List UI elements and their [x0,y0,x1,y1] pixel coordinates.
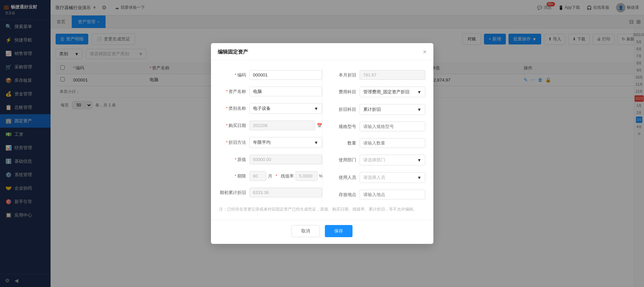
category-label: *类别名称 [219,105,249,111]
save-button[interactable]: 保存 [325,225,352,237]
depr-method-dropdown-icon: ▼ [314,140,318,145]
modal-close-button[interactable]: × [423,49,427,56]
form-left-col: *编码 *资产名称 *类别名称 [219,67,322,203]
depr-subject-dropdown-icon: ▼ [417,107,422,112]
period-accum-depr-input[interactable] [249,188,322,197]
form-row-person: 使用人员 请选择人员 ▼ [329,169,425,186]
modal-notice: 注：已经存在变更记录或者对应固定资产已经生成凭证，原值、购买日期、残值率、累计折… [219,206,425,213]
form-row-name: *资产名称 [219,83,322,100]
category-dropdown-icon: ▼ [314,106,318,111]
form-row-original-value: *原值 [219,151,322,168]
dept-select[interactable]: 请选择部门 ▼ [360,155,425,165]
period-input[interactable] [249,171,266,181]
cancel-button[interactable]: 取消 [292,225,320,237]
form-grid: *编码 *资产名称 *类别名称 [219,67,425,203]
residual-rate-input[interactable] [296,171,317,181]
depr-subject-select[interactable]: 累计折旧 ▼ [360,104,425,115]
form-row-location: 存放地点 [329,186,425,203]
expense-subject-select[interactable]: 管理费用_固定资产折旧 ▼ [360,87,425,97]
modal-overlay: 编辑固定资产 × *编码 *资产名称 [0,0,644,287]
quantity-input[interactable] [360,138,425,148]
depr-subject-label: 折旧科目 [329,106,360,113]
modal-title: 编辑固定资产 [218,49,248,55]
modal-header: 编辑固定资产 × [211,43,433,60]
name-label: *资产名称 [219,89,249,95]
depr-method-label: *折旧方法 [219,139,249,146]
form-row-purchase-date: *购买日期 📅 [219,117,322,134]
month-depr-label: 本月折旧 [329,72,360,78]
purchase-date-group: 📅 [249,121,322,130]
period-label: *期限 [219,173,249,179]
quantity-label: 数量 [329,140,360,146]
period-group: 月 * 残值率 % [249,171,322,181]
original-value-input[interactable] [249,155,322,164]
dept-label: 使用部门 [329,157,360,163]
depr-method-select[interactable]: 年限平均 ▼ [249,137,322,148]
expense-subject-label: 费用科目 [329,89,360,95]
calendar-icon[interactable]: 📅 [317,123,322,128]
form-row-code: *编码 [219,67,322,83]
form-row-category: *类别名称 电子设备 ▼ [219,100,322,117]
purchase-date-label: *购买日期 [219,123,249,129]
original-value-label: *原值 [219,157,249,163]
form-row-month-depr: 本月折旧 [329,67,425,83]
person-dropdown-icon: ▼ [417,175,422,180]
category-select[interactable]: 电子设备 ▼ [249,103,322,114]
form-row-depr-method: *折旧方法 年限平均 ▼ [219,134,322,151]
spec-model-input[interactable] [360,122,425,131]
form-row-period: *期限 月 * 残值率 % [219,168,322,184]
person-label: 使用人员 [329,174,360,181]
purchase-date-input[interactable] [249,121,315,130]
code-input[interactable] [249,70,322,80]
form-row-dept: 使用部门 请选择部门 ▼ [329,151,425,169]
dept-dropdown-icon: ▼ [417,158,422,163]
location-input[interactable] [360,190,425,199]
period-unit: 月 [268,173,272,179]
month-depr-input [360,70,425,80]
form-row-period-accum-depr: 期初累计折旧 [219,184,322,201]
form-row-spec-model: 规格型号 [329,118,425,135]
modal-footer: 取消 保存 [211,220,433,244]
residual-rate-label: 残值率 [281,173,294,179]
name-input[interactable] [249,87,322,96]
person-select[interactable]: 请选择人员 ▼ [360,172,425,183]
form-row-quantity: 数量 [329,135,425,151]
form-right-col: 本月折旧 费用科目 管理费用_固定资产折旧 ▼ [322,67,425,203]
form-row-depr-subject: 折旧科目 累计折旧 ▼ [329,101,425,118]
expense-subject-dropdown-icon: ▼ [417,90,422,95]
code-label: *编码 [219,72,249,78]
location-label: 存放地点 [329,192,360,198]
modal-body: *编码 *资产名称 *类别名称 [211,60,433,219]
spec-model-label: 规格型号 [329,124,360,130]
period-accum-depr-label: 期初累计折旧 [219,190,249,196]
form-row-expense-subject: 费用科目 管理费用_固定资产折旧 ▼ [329,83,425,101]
edit-asset-modal: 编辑固定资产 × *编码 *资产名称 [211,43,433,244]
